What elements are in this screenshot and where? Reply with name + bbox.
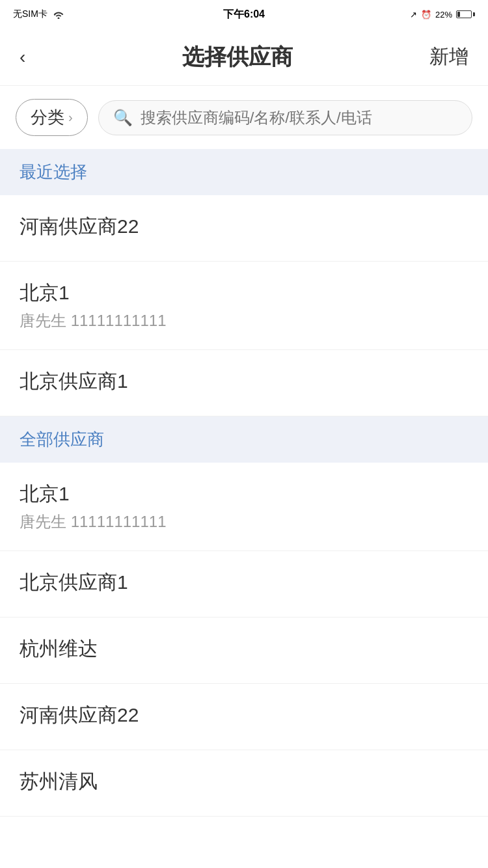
list-item[interactable]: 北京1唐先生 11111111111 [0, 262, 488, 350]
all-section-header: 全部供应商 [0, 416, 488, 463]
alarm-icon: ⏰ [421, 10, 431, 20]
add-button[interactable]: 新增 [416, 44, 468, 70]
item-name: 河南供应商22 [20, 213, 468, 240]
battery-indicator [456, 10, 475, 18]
list-item[interactable]: 苏州清风 [0, 750, 488, 817]
wifi-icon [53, 10, 64, 19]
item-name: 北京1 [20, 481, 468, 508]
status-right: ↗ ⏰ 22% [410, 10, 475, 20]
all-section-label: 全部供应商 [20, 429, 104, 449]
item-name: 北京1 [20, 280, 468, 306]
nav-bar: ‹ 选择供应商 新增 [0, 29, 488, 86]
search-input[interactable] [141, 109, 457, 127]
search-icon: 🔍 [113, 109, 133, 127]
battery-pct: 22% [435, 10, 452, 20]
chevron-right-icon: › [68, 110, 73, 125]
list-item[interactable]: 北京1唐先生 11111111111 [0, 463, 488, 551]
list-item[interactable]: 北京供应商1 [0, 551, 488, 617]
list-item[interactable]: 河南供应商22 [0, 195, 488, 262]
location-icon: ↗ [410, 10, 417, 20]
search-box[interactable]: 🔍 [98, 100, 472, 135]
list-item[interactable]: 北京供应商1 [0, 350, 488, 416]
list-item[interactable]: 杭州维达 [0, 617, 488, 684]
carrier-label: 无SIM卡 [13, 8, 47, 20]
item-name: 苏州清风 [20, 768, 468, 795]
recent-list: 河南供应商22北京1唐先生 11111111111北京供应商1 [0, 195, 488, 416]
filter-bar: 分类 › 🔍 [0, 86, 488, 149]
item-name: 北京供应商1 [20, 368, 468, 395]
category-label: 分类 [31, 106, 64, 129]
item-name: 杭州维达 [20, 636, 468, 662]
status-carrier: 无SIM卡 [13, 8, 64, 20]
item-name: 河南供应商22 [20, 702, 468, 729]
status-time: 下午6:04 [223, 8, 265, 21]
page-title: 选择供应商 [59, 42, 416, 72]
recent-section-header: 最近选择 [0, 149, 488, 195]
recent-section-label: 最近选择 [20, 162, 87, 182]
category-button[interactable]: 分类 › [16, 99, 88, 136]
item-sub: 唐先生 11111111111 [20, 310, 468, 331]
item-name: 北京供应商1 [20, 569, 468, 596]
all-list: 北京1唐先生 11111111111北京供应商1杭州维达河南供应商22苏州清风 [0, 463, 488, 817]
list-item[interactable]: 河南供应商22 [0, 684, 488, 750]
item-sub: 唐先生 11111111111 [20, 511, 468, 532]
status-bar: 无SIM卡 下午6:04 ↗ ⏰ 22% [0, 0, 488, 29]
back-button[interactable]: ‹ [20, 47, 59, 68]
